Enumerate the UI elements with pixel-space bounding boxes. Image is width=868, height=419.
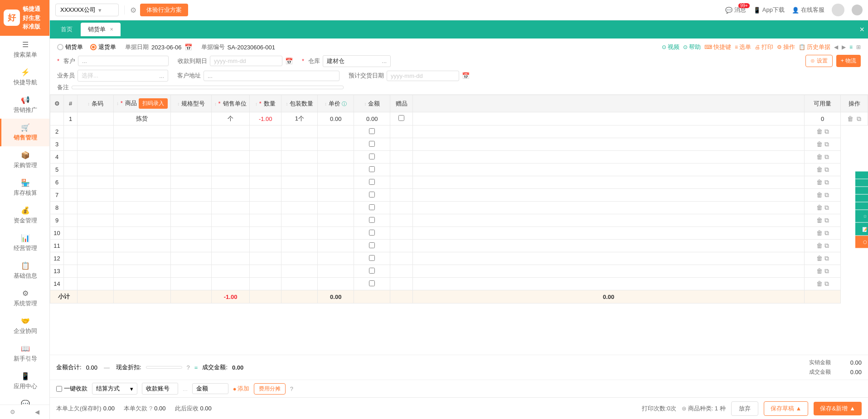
trial-button[interactable]: 体验行业方案 (140, 4, 188, 16)
help-link[interactable]: ⊙ 帮助 (683, 43, 701, 51)
gift-checkbox[interactable] (369, 179, 375, 185)
sidebar-item-finance[interactable]: 💰 资金管理 (0, 202, 49, 229)
tab-sale-order[interactable]: 销货单 × (81, 23, 121, 36)
customer-input[interactable]: ... (78, 56, 169, 66)
copy-row-button[interactable]: ⧉ (856, 115, 862, 123)
row-spec[interactable] (170, 112, 211, 125)
ops-link[interactable]: ⚙ 操作 (777, 43, 795, 51)
logistics-button[interactable]: + 物流 (836, 55, 861, 67)
gift-checkbox[interactable] (369, 192, 375, 197)
sidebar-item-shortcut[interactable]: ⚡ 快捷导航 (0, 63, 49, 91)
settings-button[interactable]: ⊙ 设置 (805, 55, 832, 67)
row-barcode[interactable] (64, 125, 78, 138)
copy-row-button[interactable]: ⧉ (824, 229, 830, 237)
delete-row-button[interactable]: 🗑 (815, 217, 824, 224)
delete-row-button[interactable]: 🗑 (815, 191, 824, 198)
row-unit[interactable]: 个 (211, 112, 249, 125)
save-draft-button[interactable]: 保存草稿 ▲ (764, 401, 809, 416)
copy-row-button[interactable]: ⧉ (824, 280, 830, 288)
float-exchange-btn[interactable]: 换 (855, 194, 868, 202)
discount-info-icon[interactable]: ? (187, 364, 190, 371)
float-preview-btn[interactable]: 预 (855, 171, 868, 178)
tab-home[interactable]: 首页 (53, 23, 80, 36)
add-payment-button[interactable]: ● 添加 (233, 385, 249, 393)
print-link[interactable]: 🖨 打印 (755, 43, 773, 51)
copy-row-button[interactable]: ⧉ (824, 128, 830, 135)
row-pkgqty[interactable]: 1个 (281, 112, 318, 125)
price-info-icon[interactable]: ⓘ (342, 101, 347, 106)
row-qty[interactable]: -1.00 (250, 112, 281, 125)
sidebar-collapse[interactable]: ◀ (35, 409, 39, 415)
warehouse-input[interactable]: 建材仓 ... (323, 55, 391, 67)
copy-row-button[interactable]: ⧉ (824, 267, 830, 275)
copy-row-button[interactable]: ⧉ (824, 166, 830, 173)
gift-checkbox[interactable] (369, 280, 375, 286)
video-link[interactable]: ⊙ 视频 (662, 43, 679, 51)
payment-account-select[interactable]: 收款账号 (142, 383, 178, 395)
online-service-action[interactable]: 👤 在线客服 (792, 6, 824, 14)
copy-row-button[interactable]: ⧉ (824, 217, 830, 224)
delete-row-button[interactable]: 🗑 (815, 140, 824, 148)
customer-address-input[interactable]: ... (204, 71, 339, 81)
payment-date-input[interactable]: yyyy-mm-dd (210, 56, 282, 66)
next-icon[interactable]: ▶ (842, 44, 846, 50)
sidebar-item-wechat[interactable]: 💬 企业微信 (0, 395, 49, 405)
payment-date-icon[interactable]: 📅 (285, 58, 293, 65)
float-return-btn[interactable]: 退 (855, 187, 868, 194)
list-view-icon[interactable]: ≡ (849, 44, 853, 50)
select-link[interactable]: ≡ 选单 (735, 43, 751, 51)
discount-input[interactable] (146, 366, 182, 369)
float-modify-btn[interactable]: 改 (855, 202, 868, 209)
radio-sale[interactable]: 销货单 (57, 43, 83, 51)
gift-checkbox[interactable] (369, 141, 375, 147)
order-short-info[interactable]: ? (149, 405, 152, 412)
gift-checkbox[interactable] (369, 268, 375, 274)
one-key-payment-checkbox[interactable] (56, 386, 62, 392)
gift-checkbox[interactable] (369, 230, 375, 236)
sidebar-item-purchase[interactable]: 📦 采购管理 (0, 146, 49, 174)
app-download-action[interactable]: 📱 App下载 (753, 6, 785, 14)
gift-checkbox[interactable] (369, 242, 375, 248)
sidebar-item-management[interactable]: 📊 经营管理 (0, 229, 49, 257)
delete-row-button[interactable]: 🗑 (815, 229, 824, 236)
one-key-payment-label[interactable]: 一键收款 (56, 385, 87, 393)
row-product[interactable]: 拣货 (114, 112, 171, 125)
delete-row-button[interactable]: 🗑 (846, 115, 854, 122)
grid-view-icon[interactable]: ⊞ (856, 44, 861, 50)
salesperson-input[interactable]: 选择... ... (78, 70, 168, 82)
float-star-btn[interactable]: ☆ (855, 210, 868, 222)
row-product[interactable] (78, 125, 114, 138)
sidebar-item-system[interactable]: ⚙ 系统管理 (0, 284, 49, 312)
sidebar-item-basic[interactable]: 📋 基础信息 (0, 257, 49, 284)
delete-row-button[interactable]: 🗑 (815, 255, 824, 262)
scan-button[interactable]: 扫码录入 (139, 98, 168, 109)
company-select[interactable]: XXXXXX公司 ▾ (55, 4, 119, 16)
row-gift[interactable] (390, 112, 413, 125)
history-link[interactable]: 📋 历史单据 (799, 43, 830, 51)
gift-checkbox[interactable] (369, 166, 375, 172)
gift-checkbox[interactable] (369, 217, 375, 223)
expected-date-input[interactable]: yyyy-mm-dd (387, 71, 459, 81)
payment-method-select[interactable]: 结算方式 ▾ (92, 383, 137, 395)
sidebar-item-marketing[interactable]: 📢 营销推广 (0, 91, 49, 119)
delete-row-button[interactable]: 🗑 (815, 128, 824, 135)
delete-row-button[interactable]: 🗑 (815, 242, 824, 249)
tab-close-icon[interactable]: × (110, 26, 113, 33)
row-barcode[interactable] (78, 112, 114, 125)
gift-checkbox[interactable] (369, 154, 375, 159)
copy-row-button[interactable]: ⧉ (824, 178, 830, 186)
notes-input[interactable] (72, 86, 344, 89)
save-new-button[interactable]: 保存&新增 ▲ (814, 402, 862, 415)
delete-row-button[interactable]: 🗑 (815, 178, 824, 186)
shortcut-link[interactable]: ⌨ 快捷键 (704, 43, 731, 51)
sidebar-item-enterprise[interactable]: 🤝 企业协同 (0, 312, 49, 340)
date-picker-icon[interactable]: 📅 (184, 43, 192, 51)
copy-row-button[interactable]: ⧉ (824, 153, 830, 161)
abandon-button[interactable]: 放弃 (731, 401, 758, 416)
sidebar-item-inventory[interactable]: 🏪 库存核算 (0, 174, 49, 202)
float-note-btn[interactable]: 📝 (855, 222, 868, 235)
delete-row-button[interactable]: 🗑 (815, 166, 824, 173)
gift-checkbox[interactable] (369, 204, 375, 210)
row-amount[interactable]: 0.00 (354, 112, 390, 125)
expected-date-icon[interactable]: 📅 (462, 72, 470, 79)
